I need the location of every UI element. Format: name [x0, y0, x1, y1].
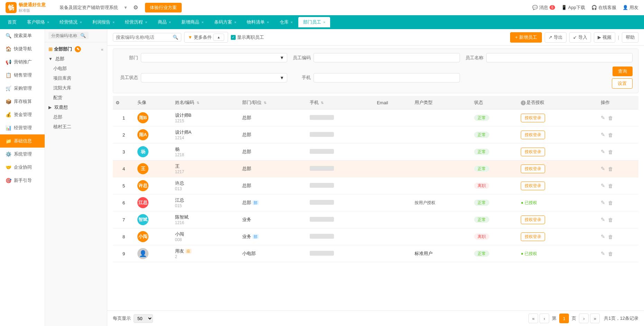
edit-icon[interactable]: ✎	[601, 200, 605, 206]
close-icon[interactable]: ×	[112, 20, 115, 24]
auth-button[interactable]: 授权登录	[521, 215, 545, 224]
settings-icon[interactable]: ⚙	[116, 100, 120, 105]
delete-icon[interactable]: 🗑	[608, 217, 613, 223]
sidebar-item-nav[interactable]: 🏠 快捷导航	[0, 42, 45, 55]
search-input[interactable]	[116, 35, 171, 40]
sidebar-item-inventory[interactable]: 📦 库存核算	[0, 95, 45, 108]
dept-item-zhicun[interactable]: 植村王二	[45, 122, 107, 132]
sidebar-item-guide[interactable]: 🎯 新手引导	[0, 174, 45, 187]
delete-icon[interactable]: 🗑	[608, 200, 613, 206]
edit-icon[interactable]: ✎	[601, 183, 605, 189]
tab-product[interactable]: 商品 ×	[153, 17, 176, 27]
prev-page-btn[interactable]: ‹	[539, 314, 549, 323]
more-filter-button[interactable]: ▼ 更多条件 ▲	[184, 32, 228, 43]
auth-button[interactable]: 授权登录	[521, 131, 545, 139]
delete-icon[interactable]: 🗑	[608, 115, 613, 121]
search-box[interactable]: 🔍	[113, 33, 181, 42]
close-icon[interactable]: ×	[169, 20, 171, 24]
tab-customer[interactable]: 客户联络 ×	[22, 17, 54, 27]
sidebar-item-purchase[interactable]: 🛒 采购管理	[0, 82, 45, 95]
filter-code-input[interactable]	[314, 53, 460, 62]
close-icon[interactable]: ×	[291, 20, 293, 24]
online-service-action[interactable]: 🎧 在线客服	[591, 5, 616, 11]
dept-search-box[interactable]: 🔍	[48, 32, 89, 39]
close-icon[interactable]: ×	[267, 20, 269, 24]
tab-home[interactable]: 首页	[3, 17, 21, 27]
dept-edit-icon[interactable]: ✎	[75, 46, 81, 52]
tab-barcode[interactable]: 条码方案 ×	[209, 17, 241, 27]
help-button[interactable]: 帮助	[622, 32, 638, 43]
user-action[interactable]: 👤 用友	[623, 5, 638, 11]
view-button[interactable]: ▶ 视频	[594, 32, 615, 43]
trial-button[interactable]: 体验行业方案	[145, 3, 182, 12]
dept-item-peihu[interactable]: 配货	[45, 93, 107, 103]
message-action[interactable]: 💬 消息 6	[532, 5, 555, 11]
delete-icon[interactable]: 🗑	[608, 166, 613, 172]
close-active-icon[interactable]: ×	[323, 20, 325, 24]
page-size-select[interactable]: 50 100 200	[134, 314, 153, 323]
close-icon[interactable]: ×	[80, 20, 82, 24]
sidebar-item-marketing[interactable]: 📢 营销推广	[0, 55, 45, 69]
tab-profit[interactable]: 利润报告 ×	[88, 17, 119, 27]
auth-button[interactable]: 授权登录	[521, 114, 545, 122]
filter-name-input[interactable]	[486, 53, 633, 62]
edit-icon[interactable]: ✎	[601, 132, 605, 138]
sidebar-item-sales[interactable]: 📋 销售管理	[0, 69, 45, 82]
tab-warehouse[interactable]: 仓库 ×	[275, 17, 298, 27]
dept-item-shenyang[interactable]: 沈阳大库	[45, 83, 107, 93]
set-button[interactable]: 设置	[612, 78, 633, 89]
next-page-btn[interactable]: ›	[579, 314, 589, 323]
app-download-action[interactable]: 📱 App下载	[561, 5, 585, 11]
filter-dept-select[interactable]: ▼	[141, 53, 287, 62]
last-page-btn[interactable]: »	[590, 314, 600, 323]
delete-icon[interactable]: 🗑	[608, 251, 613, 257]
close-icon[interactable]: ×	[145, 20, 147, 24]
auth-button[interactable]: 授权登录	[521, 148, 545, 156]
first-page-btn[interactable]: «	[528, 314, 538, 323]
delete-icon[interactable]: 🗑	[608, 234, 613, 240]
dept-parent-total[interactable]: ▼ 总部	[45, 54, 107, 64]
tab-new-product[interactable]: 新增商品 ×	[176, 17, 208, 27]
show-resigned-toggle[interactable]: ✓ 显示离职员工	[231, 34, 264, 41]
edit-icon[interactable]: ✎	[601, 115, 605, 121]
sidebar-item-collab[interactable]: 🤝 企业协同	[0, 161, 45, 174]
edit-icon[interactable]: ✎	[601, 166, 605, 172]
th-gear[interactable]: ⚙	[113, 96, 135, 109]
all-dept-label[interactable]: ⊞ 全部部门 ✎ «	[45, 44, 107, 54]
tab-business[interactable]: 经营情况 ×	[55, 17, 87, 27]
th-phone[interactable]: 手机 ⇅	[307, 96, 374, 109]
sidebar-item-system[interactable]: ⚙️ 系统管理	[0, 148, 45, 161]
dept-item-xiaodian[interactable]: 小电部	[45, 64, 107, 73]
dept-item-zongbu[interactable]: 总部	[45, 112, 107, 122]
dept-parent-shuanglu[interactable]: ▶ 双鹿想	[45, 103, 107, 112]
collapse-panel-icon[interactable]: «	[101, 47, 103, 52]
add-employee-button[interactable]: + 新增员工	[510, 32, 542, 43]
gear-icon[interactable]: ⚙	[133, 4, 138, 11]
search-button[interactable]: 查询	[613, 67, 633, 76]
auth-button[interactable]: 授权登录	[521, 182, 545, 190]
tab-dept-staff[interactable]: 部门员工 ×	[298, 17, 330, 27]
close-icon[interactable]: ×	[47, 20, 49, 24]
edit-icon[interactable]: ✎	[601, 149, 605, 155]
delete-icon[interactable]: 🗑	[608, 183, 613, 189]
dropdown-icon[interactable]: ▼	[124, 5, 128, 10]
edit-icon[interactable]: ✎	[601, 250, 605, 257]
tab-bom[interactable]: 物料清单 ×	[242, 17, 274, 27]
delete-icon[interactable]: 🗑	[608, 132, 613, 138]
edit-icon[interactable]: ✎	[601, 234, 605, 240]
close-icon[interactable]: ×	[234, 20, 236, 24]
edit-icon[interactable]: ✎	[601, 217, 605, 223]
dept-item-project[interactable]: 项目库房	[45, 73, 107, 83]
sidebar-item-finance[interactable]: 💰 资金管理	[0, 108, 45, 121]
current-page[interactable]: 1	[559, 314, 569, 323]
sidebar-item-basic[interactable]: 📁 基础信息	[0, 134, 45, 148]
th-dept-pos[interactable]: 部门/职位 ⇅	[239, 96, 307, 109]
auth-button[interactable]: 授权登录	[521, 232, 545, 241]
sidebar-item-management[interactable]: 📊 经营管理	[0, 121, 45, 134]
sidebar-item-search[interactable]: 🔍 搜索菜单	[0, 29, 45, 42]
export-button[interactable]: ↗ 导出	[545, 32, 566, 43]
th-name-code[interactable]: 姓名/编码 ⇅	[172, 96, 240, 109]
filter-status-select[interactable]: ▼	[141, 73, 287, 82]
close-icon[interactable]: ×	[201, 20, 203, 24]
dept-search-input[interactable]	[51, 33, 79, 38]
